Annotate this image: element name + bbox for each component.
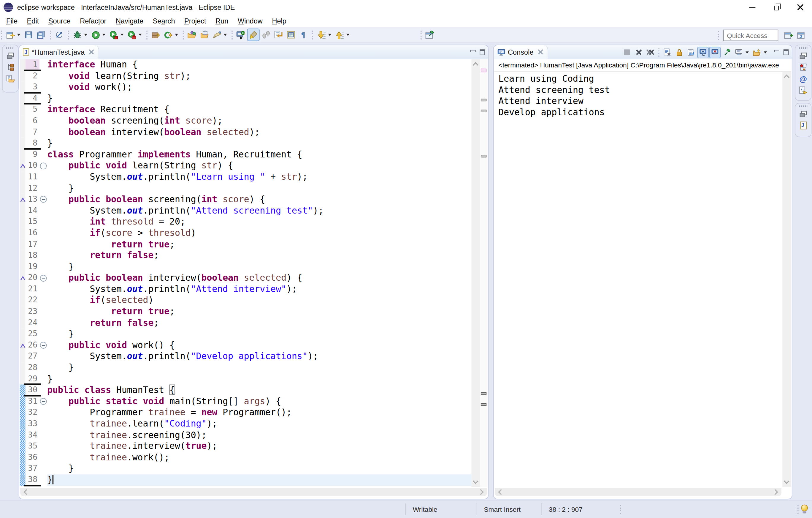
run-console-button[interactable]: C: [235, 28, 247, 41]
menu-item-window[interactable]: Window: [233, 16, 267, 26]
fold-column-cell[interactable]: [39, 239, 47, 250]
java-perspective-button[interactable]: J: [795, 29, 807, 42]
debug-dropdown-arrow[interactable]: [84, 34, 87, 36]
scroll-lock-button[interactable]: [673, 47, 685, 58]
java-outline-view-button[interactable]: J: [797, 119, 809, 131]
scroll-down-icon[interactable]: [473, 478, 479, 484]
open-console-button[interactable]: [751, 47, 762, 58]
code-text[interactable]: return true;: [47, 306, 471, 318]
code-text[interactable]: Programmer trainee = new Programmer();: [47, 407, 471, 418]
save-all-button[interactable]: [35, 28, 47, 41]
annotation-ruler-cell[interactable]: [20, 351, 25, 362]
console-scroll-left-icon[interactable]: [498, 489, 504, 495]
line-number[interactable]: 23: [26, 306, 39, 318]
menu-item-navigate[interactable]: Navigate: [111, 16, 148, 26]
next-annotation-dropdown-arrow[interactable]: [328, 34, 331, 36]
console-scroll-down-icon[interactable]: [784, 478, 789, 484]
line-number[interactable]: 29: [26, 373, 39, 385]
fold-column-cell[interactable]: [39, 418, 47, 430]
code-text[interactable]: System.out.println("Learn using " + str)…: [47, 171, 471, 183]
minimize-view-icon[interactable]: [470, 50, 475, 52]
menu-item-source[interactable]: Source: [44, 16, 75, 26]
display-console-dropdown-arrow[interactable]: [746, 51, 749, 53]
drag-handle-icon[interactable]: [799, 105, 807, 107]
line-number[interactable]: 19: [26, 261, 39, 272]
menu-item-help[interactable]: Help: [267, 16, 291, 26]
run-external-tools-button[interactable]: [125, 28, 138, 41]
remove-all-terminated-button[interactable]: [645, 47, 656, 58]
collapse-icon[interactable]: [40, 162, 47, 169]
changed-line-marker[interactable]: [20, 418, 25, 430]
code-text[interactable]: trainee.interview(true);: [47, 441, 471, 452]
run-button[interactable]: [89, 28, 102, 41]
problems-view-button[interactable]: [797, 61, 809, 73]
fold-column-cell[interactable]: [39, 340, 47, 351]
javadoc-view-button[interactable]: @: [797, 73, 809, 84]
code-text[interactable]: return false;: [47, 250, 471, 262]
restore-views-button[interactable]: [4, 50, 17, 61]
collapse-icon[interactable]: [40, 196, 47, 203]
changed-line-marker[interactable]: [20, 430, 25, 441]
menu-item-refactor[interactable]: Refactor: [75, 16, 111, 26]
annotation-ruler-cell[interactable]: [20, 149, 25, 160]
overview-marker-gray[interactable]: [481, 392, 487, 395]
drag-handle-icon[interactable]: [6, 47, 14, 49]
console-scroll-right-icon[interactable]: [772, 489, 778, 495]
notification-bulb-icon[interactable]: [801, 505, 808, 514]
overview-marker-gray[interactable]: [481, 99, 487, 101]
annotation-ruler-cell[interactable]: [20, 362, 25, 373]
fold-column-cell[interactable]: [39, 160, 47, 171]
collapse-icon[interactable]: [40, 275, 47, 281]
annotation-ruler-cell[interactable]: [20, 272, 25, 284]
console-tab-close-icon[interactable]: [537, 49, 543, 55]
annotation-ruler-cell[interactable]: [20, 250, 25, 262]
fold-column-cell[interactable]: [39, 407, 47, 418]
annotation-ruler-cell[interactable]: [20, 71, 25, 82]
line-number[interactable]: 17: [26, 239, 39, 250]
coverage-button[interactable]: [108, 28, 120, 41]
mark-pen-dropdown-arrow[interactable]: [224, 34, 227, 36]
line-number[interactable]: 31: [26, 396, 39, 407]
fold-column-cell[interactable]: [39, 82, 47, 93]
fold-column-cell[interactable]: [39, 216, 47, 227]
declaration-view-button[interactable]: {=: [797, 84, 809, 96]
line-number[interactable]: 34: [26, 430, 39, 441]
package-explorer-view-button[interactable]: [4, 73, 17, 84]
annotation-ruler-cell[interactable]: [20, 59, 25, 71]
annotation-ruler-cell[interactable]: [20, 104, 25, 115]
fold-column-cell[interactable]: [39, 452, 47, 463]
annotation-ruler-cell[interactable]: [20, 127, 25, 138]
line-number[interactable]: 20: [26, 272, 39, 284]
word-wrap-button[interactable]: [685, 47, 697, 58]
restore-views-button[interactable]: [797, 108, 809, 119]
annotation-ruler-cell[interactable]: [20, 138, 25, 149]
fold-column-cell[interactable]: [39, 396, 47, 407]
code-text[interactable]: boolean screening(int score);: [47, 115, 471, 127]
fold-column-cell[interactable]: [39, 149, 47, 160]
annotation-ruler-cell[interactable]: [20, 115, 25, 127]
editor-tab-humantest[interactable]: J *HumanTest.java: [19, 45, 99, 59]
annotation-ruler-cell[interactable]: [20, 284, 25, 295]
previous-annotation-button[interactable]: [333, 28, 346, 41]
code-text[interactable]: public void work() {: [47, 340, 471, 351]
code-text[interactable]: System.out.println("Attend interview");: [47, 284, 471, 295]
annotation-ruler-cell[interactable]: [20, 82, 25, 93]
changed-line-marker[interactable]: [20, 452, 25, 463]
close-button[interactable]: [788, 0, 812, 15]
code-text[interactable]: trainee.screening(30);: [47, 430, 471, 441]
code-text[interactable]: trainee.work();: [47, 452, 471, 463]
fold-column-cell[interactable]: [39, 385, 47, 396]
code-text[interactable]: int thresold = 20;: [47, 216, 471, 227]
previous-annotation-dropdown-arrow[interactable]: [346, 34, 349, 36]
fold-column-cell[interactable]: [39, 127, 47, 138]
collapse-icon[interactable]: [40, 342, 47, 349]
new-wizard-dropdown-arrow[interactable]: [17, 34, 20, 36]
fold-column-cell[interactable]: [39, 463, 47, 474]
code-text[interactable]: System.out.println("Develop applications…: [47, 351, 471, 362]
annotation-ruler-cell[interactable]: [20, 205, 25, 217]
fold-column-cell[interactable]: [39, 441, 47, 452]
fold-column-cell[interactable]: [39, 295, 47, 306]
annotation-ruler-cell[interactable]: [20, 239, 25, 250]
coverage-dropdown-arrow[interactable]: [120, 34, 123, 36]
fold-column-cell[interactable]: [39, 284, 47, 295]
